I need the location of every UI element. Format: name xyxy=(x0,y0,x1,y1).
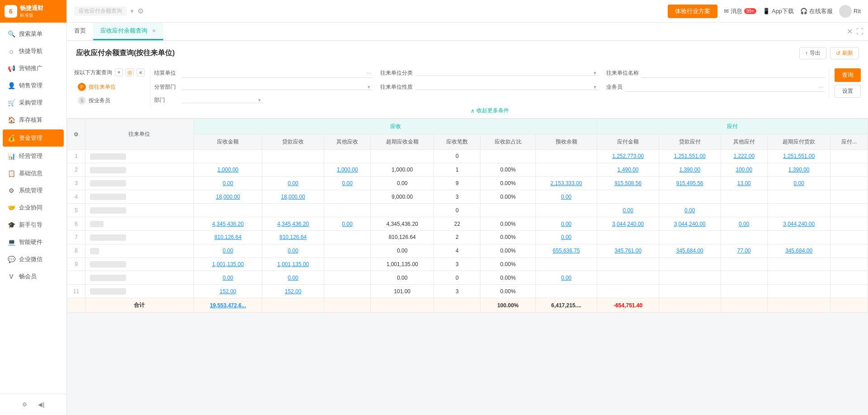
salesman-dots[interactable]: ··· xyxy=(817,84,825,90)
cell-link[interactable]: 655,636.75 xyxy=(553,248,580,254)
cell-link[interactable]: 0.00 xyxy=(561,221,571,227)
cell-link[interactable]: 77.00 xyxy=(737,248,751,254)
partner-name-input[interactable] xyxy=(642,68,825,77)
sidebar-item-quick-nav[interactable]: ⌂ 快捷导航 xyxy=(0,43,66,60)
export-button[interactable]: ↑ 导出 xyxy=(799,47,826,59)
settlement-input[interactable] xyxy=(182,68,365,77)
tab-close-icon[interactable]: ✕ xyxy=(152,28,156,34)
cell-link[interactable]: 810,126.64 xyxy=(279,234,307,240)
partner-nature-value[interactable] xyxy=(415,86,591,88)
sidebar-item-member[interactable]: V 畅会员 xyxy=(0,268,66,285)
cell-link[interactable]: 0.00 xyxy=(561,234,571,240)
sidebar-item-basic[interactable]: 📋 基础信息 xyxy=(0,165,66,182)
sidebar-item-inventory[interactable]: 🏠 库存核算 xyxy=(0,111,66,129)
cell-link[interactable]: 2,153,333.00 xyxy=(551,180,582,186)
sidebar-item-guide[interactable]: 🎓 新手引导 xyxy=(0,216,66,234)
solution-button[interactable]: 体验行业方案 xyxy=(668,5,717,18)
partner-category-value[interactable] xyxy=(415,72,591,74)
partner-category-wrap[interactable]: ▼ xyxy=(415,71,599,76)
cell-link[interactable]: 3,044,240.00 xyxy=(674,221,706,227)
cell-link[interactable]: 345,684.00 xyxy=(676,248,703,254)
settlement-dots[interactable]: ··· xyxy=(365,70,373,76)
cell-link[interactable]: 13.00 xyxy=(737,180,751,186)
cell-link[interactable]: 1,490.00 xyxy=(618,167,639,173)
cell-link[interactable]: 3,044,240.00 xyxy=(783,221,815,227)
cell-link[interactable]: 18,000.00 xyxy=(281,194,305,200)
tab-query[interactable]: 应收应付余额查询 ✕ xyxy=(93,23,163,40)
app-download-btn[interactable]: 📱 App下载 xyxy=(763,7,794,15)
cell-link[interactable]: 345,761.00 xyxy=(614,248,642,254)
user-area[interactable]: Rit xyxy=(839,5,861,18)
cell-link[interactable]: 0.00 xyxy=(739,221,749,227)
cell-link[interactable]: 0.00 xyxy=(623,207,633,214)
cell-link[interactable]: 18,000.00 xyxy=(216,194,240,200)
dept-wrap[interactable]: ▼ xyxy=(182,98,264,103)
partner-nature-wrap[interactable]: ▼ xyxy=(415,85,599,90)
scheme-edit-btn[interactable]: ◎ xyxy=(126,68,134,76)
sidebar-settings-btn[interactable]: ⚙ xyxy=(18,399,32,410)
cell-link[interactable]: 915,495.56 xyxy=(676,180,703,186)
cell-link[interactable]: 0.00 xyxy=(342,180,353,186)
sidebar-item-system[interactable]: ⚙ 系统管理 xyxy=(0,182,66,199)
scheme-add-btn[interactable]: + xyxy=(115,68,123,76)
settings-button[interactable]: 设置 xyxy=(835,85,861,98)
cell-link[interactable]: 0.00 xyxy=(288,180,298,186)
sidebar-item-wechat[interactable]: 💬 企业微信 xyxy=(0,251,66,268)
cell-link[interactable]: 0.00 xyxy=(288,275,298,281)
cell-link[interactable]: 0.00 xyxy=(561,275,571,281)
cell-link[interactable]: 0.00 xyxy=(684,207,695,214)
message-btn[interactable]: ✉ 消息 99+ xyxy=(724,7,756,15)
sidebar-item-search-menu[interactable]: 🔍 搜索菜单 xyxy=(0,25,66,43)
cell-link[interactable]: 0.00 xyxy=(223,275,233,281)
cell-link[interactable]: 1,390.00 xyxy=(788,167,810,173)
cell-link[interactable]: 1,251,551.00 xyxy=(783,153,815,159)
cell-link[interactable]: 1,001,135.00 xyxy=(277,261,309,267)
dept-manager-wrap[interactable]: ▼ xyxy=(182,85,373,90)
cell-link[interactable]: 100.00 xyxy=(736,167,752,173)
sidebar-item-hardware[interactable]: 💻 智能硬件 xyxy=(0,234,66,251)
cell-link[interactable]: 1,390.00 xyxy=(679,167,700,173)
table-settings-icon[interactable]: ⚙ xyxy=(74,131,79,138)
cell-link[interactable]: 1,000.00 xyxy=(217,167,239,173)
cell-link[interactable]: 152.00 xyxy=(285,288,302,295)
scheme-by-salesman[interactable]: S 按业务员 xyxy=(74,94,145,107)
sidebar-item-marketing[interactable]: 📢 营销推广 xyxy=(0,60,66,77)
cell-link[interactable]: 1,252,773.00 xyxy=(612,153,644,159)
dept-value[interactable] xyxy=(182,99,255,101)
dept-manager-value[interactable] xyxy=(182,86,365,88)
cell-link[interactable]: 4,345,436.20 xyxy=(212,221,244,227)
sidebar-collapse-btn[interactable]: ◀‖ xyxy=(33,399,49,410)
sidebar-item-capital[interactable]: 💰 资金管理 xyxy=(3,129,64,147)
cell-link[interactable]: 915,508.56 xyxy=(614,180,642,186)
sidebar-item-cooperation[interactable]: 🤝 企业协同 xyxy=(0,199,66,216)
cell-link[interactable]: 0.00 xyxy=(342,221,353,227)
online-service-btn[interactable]: 🎧 在线客服 xyxy=(800,7,833,15)
refresh-button[interactable]: ↺ 刷新 xyxy=(830,47,859,59)
cell-link[interactable]: 345,684.00 xyxy=(785,248,812,254)
tab-close-window-icon[interactable]: ✕ xyxy=(847,27,853,36)
cell-link[interactable]: 1,222.00 xyxy=(733,153,755,159)
scheme-by-partner[interactable]: P 按往来单位 xyxy=(74,80,145,94)
cell-link[interactable]: 1,251,551.00 xyxy=(674,153,706,159)
cell-link[interactable]: 152.00 xyxy=(220,288,236,295)
cell-link[interactable]: 0.00 xyxy=(561,194,571,200)
cell-link[interactable]: 0.00 xyxy=(288,248,298,254)
tab-home[interactable]: 首页 xyxy=(67,23,93,40)
collapse-btn[interactable]: ∧ 收起更多条件 xyxy=(471,107,509,114)
th-settings[interactable]: ⚙ xyxy=(67,119,85,150)
cell-link[interactable]: 0.00 xyxy=(794,180,804,186)
cell-link[interactable]: 4,345,436.20 xyxy=(277,221,309,227)
cell-link[interactable]: 810,126.64 xyxy=(214,234,241,240)
cell-link[interactable]: 0.00 xyxy=(223,248,233,254)
settings-icon[interactable]: ⚙ xyxy=(137,7,144,15)
cell-link[interactable]: 0.00 xyxy=(223,180,233,186)
query-button[interactable]: 查询 xyxy=(835,68,861,82)
cell-link[interactable]: 3,044,240.00 xyxy=(612,221,644,227)
sidebar-item-operation[interactable]: 📊 经营管理 xyxy=(0,148,66,165)
cell-link[interactable]: 1,000.00 xyxy=(337,167,358,173)
sidebar-item-purchase[interactable]: 🛒 采购管理 xyxy=(0,94,66,111)
sidebar-item-sales[interactable]: 👤 销售管理 xyxy=(0,77,66,94)
cell-link[interactable]: 1,001,135.00 xyxy=(212,261,244,267)
tab-expand-icon[interactable]: ⛶ xyxy=(856,28,863,36)
salesman-input[interactable] xyxy=(625,82,817,91)
